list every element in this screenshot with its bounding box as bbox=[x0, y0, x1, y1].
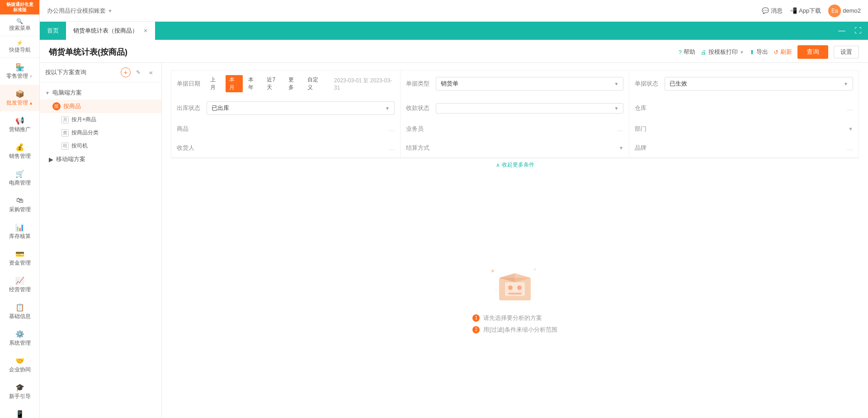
tree-item-by-cashier[interactable]: 司 按司机 bbox=[40, 139, 161, 152]
empty-text: 1 请先选择要分析的方案 2 用[过滤]条件来缩小分析范围 bbox=[472, 314, 557, 334]
consignee-label: 收货人 bbox=[177, 144, 204, 152]
sidebar-item-retail-mgmt[interactable]: 🏪 零售管理 ▼ bbox=[0, 58, 39, 85]
export-btn[interactable]: ⬆ 导出 bbox=[750, 48, 768, 56]
tab-sales-stat[interactable]: 销货单统计表（按商品） ✕ bbox=[66, 22, 155, 40]
retail-mgmt-icon: 🏪 bbox=[15, 62, 24, 71]
tab-close-sales-stat[interactable]: ✕ bbox=[143, 28, 148, 34]
collapse-panel-btn[interactable]: « bbox=[146, 67, 156, 77]
out-status-value: 已出库 bbox=[212, 104, 229, 112]
date-tab-more[interactable]: 更多 bbox=[285, 75, 302, 92]
doc-type-select[interactable]: 销货单 ▼ bbox=[436, 77, 624, 90]
doc-status-value: 已生效 bbox=[670, 80, 687, 88]
sidebar-item-basic-info[interactable]: 📋 基础信息 bbox=[0, 298, 39, 325]
refresh-icon: ↺ bbox=[774, 49, 778, 56]
tree-item-by-goods[interactable]: 按 按商品 bbox=[40, 100, 161, 113]
sidebar-item-purchase-mgmt[interactable]: 🛍 采购管理 bbox=[0, 191, 39, 218]
sidebar-item-inventory-calc[interactable]: 📊 库存核算 bbox=[0, 218, 39, 245]
date-range-text: 2023-03-01 至 2023-03-31 bbox=[334, 77, 395, 91]
warehouse-dots-btn[interactable]: … bbox=[847, 104, 853, 112]
tree-group-pc[interactable]: ▼ 电脑端方案 bbox=[40, 86, 161, 100]
consignee-dots-btn[interactable]: … bbox=[388, 144, 395, 152]
sidebar-item-enterprise-coop[interactable]: 🤝 企业协同 bbox=[0, 352, 39, 378]
query-button[interactable]: 查询 bbox=[797, 45, 828, 59]
app-download-btn[interactable]: 📲 App下载 bbox=[790, 7, 821, 15]
sidebar-item-marketing[interactable]: 📢 营销推广 bbox=[0, 111, 39, 138]
sidebar-item-wholesale-mgmt[interactable]: 📦 批发管理 ▲ bbox=[0, 85, 39, 111]
industry-selector[interactable]: 办公用品行业模拟账套 ▼ bbox=[47, 7, 113, 15]
date-tab-current-month[interactable]: 本月 bbox=[226, 75, 243, 92]
template-print-btn[interactable]: 🖨 按模板打印 ▼ bbox=[701, 48, 744, 56]
fund-mgmt-icon: 💳 bbox=[15, 249, 24, 258]
empty-hint-2: 2 用[过滤]条件来缩小分析范围 bbox=[472, 326, 557, 334]
salesperson-label: 业务员 bbox=[406, 125, 433, 133]
help-btn[interactable]: ? 帮助 bbox=[679, 48, 695, 56]
sidebar-item-search-menu[interactable]: 🔍 搜索菜单 bbox=[0, 14, 39, 36]
left-panel-title: 按以下方案查询 bbox=[45, 68, 86, 76]
svg-rect-6 bbox=[508, 293, 522, 294]
date-tabs: 上月 本月 本年 近7天 更多 自定义 bbox=[207, 75, 326, 92]
doc-status-select[interactable]: 已生效 ▼ bbox=[665, 77, 853, 90]
empty-hint-1-text: 请先选择要分析的方案 bbox=[483, 314, 542, 322]
svg-text:✦: ✦ bbox=[533, 267, 537, 272]
tree-item-by-month-goods[interactable]: 月 按月+商品 bbox=[40, 113, 161, 126]
logo: 畅捷通好生意 标准版 bbox=[0, 0, 39, 14]
payment-status-select[interactable]: ▼ bbox=[436, 103, 624, 114]
tab-bar-right: — ⛶ bbox=[835, 24, 868, 37]
message-btn[interactable]: 💬 消息 bbox=[762, 7, 783, 15]
tree-group-mobile[interactable]: ▶ 移动端方案 bbox=[40, 152, 161, 166]
collapse-label: 收起更多条件 bbox=[502, 161, 534, 169]
by-month-goods-label: 按月+商品 bbox=[71, 116, 96, 124]
sidebar-item-sales-mgmt[interactable]: 💰 销售管理 bbox=[0, 138, 39, 165]
by-goods-label: 按商品 bbox=[63, 102, 81, 110]
page-title: 销货单统计表(按商品) bbox=[49, 47, 127, 57]
settings-button[interactable]: 设置 bbox=[834, 46, 859, 58]
sidebar-item-sys-mgmt[interactable]: ⚙️ 系统管理 bbox=[0, 325, 39, 352]
empty-hint-2-text: 用[过滤]条件来缩小分析范围 bbox=[483, 326, 557, 334]
enterprise-coop-icon: 🤝 bbox=[15, 356, 24, 365]
date-tab-last-month[interactable]: 上月 bbox=[207, 75, 224, 92]
sidebar-item-fund-mgmt[interactable]: 💳 资金管理 bbox=[0, 245, 39, 271]
salesperson-dots-btn[interactable]: … bbox=[617, 125, 623, 133]
tab-home[interactable]: 首页 bbox=[40, 22, 66, 40]
logo-subtext: 标准版 bbox=[13, 7, 27, 13]
inventory-calc-icon: 📊 bbox=[15, 223, 24, 232]
filter-cell-payment-status: 收款状态 ▼ bbox=[401, 97, 630, 119]
collapse-up-icon: ∧ bbox=[496, 162, 500, 168]
tab-minimize-btn[interactable]: — bbox=[835, 24, 848, 37]
sidebar-item-ecom-mgmt[interactable]: 🛒 电商管理 bbox=[0, 165, 39, 191]
refresh-btn[interactable]: ↺ 刷新 bbox=[774, 48, 792, 56]
date-tab-custom[interactable]: 自定义 bbox=[304, 75, 326, 92]
doc-status-label: 单据状态 bbox=[635, 80, 662, 88]
goods-dots-btn[interactable]: … bbox=[388, 125, 395, 133]
sidebar-item-quick-nav[interactable]: ⚡ 快捷导航 bbox=[0, 36, 39, 58]
add-plan-btn[interactable]: + bbox=[121, 67, 131, 77]
brand-dots-btn[interactable]: … bbox=[847, 144, 853, 152]
app-download-label: App下载 bbox=[799, 7, 821, 15]
search-menu-icon: 🔍 bbox=[3, 18, 37, 24]
tree-section: ▼ 电脑端方案 按 按商品 月 按月+商品 类 按商品分类 司 按司机 bbox=[40, 82, 161, 170]
app-center-icon: 📱 bbox=[15, 409, 24, 418]
collapse-btn[interactable]: ∧ 收起更多条件 bbox=[171, 158, 859, 171]
template-print-label: 按模板打印 bbox=[708, 48, 738, 56]
sales-mgmt-icon: 💰 bbox=[15, 142, 24, 152]
industry-label: 办公用品行业模拟账套 bbox=[47, 7, 106, 15]
sidebar: 畅捷通好生意 标准版 🔍 搜索菜单 ⚡ 快捷导航 🏪 零售管理 ▼ 📦 批发管理… bbox=[0, 0, 40, 418]
sidebar-item-ops-mgmt[interactable]: 📈 经营管理 bbox=[0, 271, 39, 298]
user-menu[interactable]: Ea demo2 bbox=[828, 5, 861, 17]
date-tab-7days[interactable]: 近7天 bbox=[263, 75, 283, 92]
settlement-label: 结算方式 bbox=[406, 144, 433, 152]
top-header: 办公用品行业模拟账套 ▼ 💬 消息 📲 App下载 Ea demo2 bbox=[40, 0, 868, 22]
tab-expand-btn[interactable]: ⛶ bbox=[852, 24, 864, 37]
payment-status-label: 收款状态 bbox=[406, 104, 433, 112]
goods-label: 商品 bbox=[177, 125, 204, 133]
edit-plan-btn[interactable]: ✎ bbox=[133, 67, 143, 77]
date-tab-current-year[interactable]: 本年 bbox=[245, 75, 262, 92]
filter-area: 单据日期 上月 本月 本年 近7天 更多 自定义 2023-03-01 至 20… bbox=[162, 63, 868, 175]
tree-item-by-goods-category[interactable]: 类 按商品分类 bbox=[40, 126, 161, 139]
doc-status-dropdown-icon: ▼ bbox=[844, 81, 848, 86]
out-status-select[interactable]: 已出库 ▼ bbox=[207, 101, 395, 115]
filter-row-3: 商品 … 业务员 … 部门 ▼ bbox=[171, 119, 859, 138]
sidebar-item-newbie-guide[interactable]: 🎓 新手引导 bbox=[0, 378, 39, 405]
sidebar-item-app-center[interactable]: 📱 应用中心 bbox=[0, 405, 39, 418]
sales-stat-tab-label: 销货单统计表（按商品） bbox=[73, 27, 138, 35]
